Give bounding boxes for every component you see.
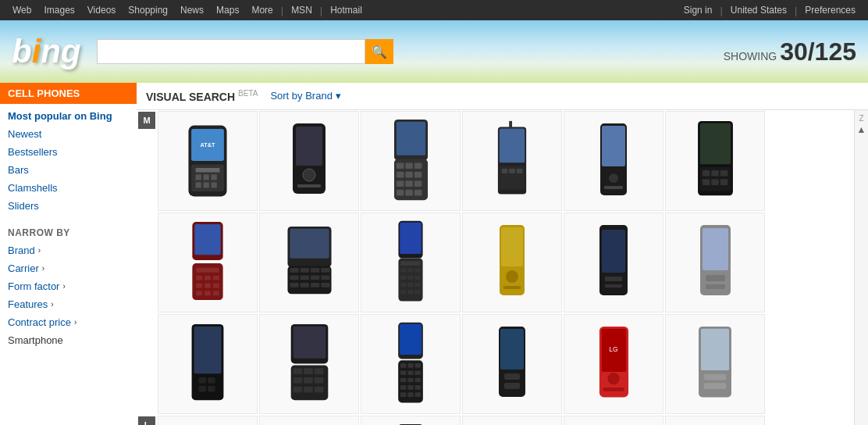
features-arrow: › xyxy=(51,300,53,309)
nav-shopping[interactable]: Shopping xyxy=(123,5,173,16)
phone-cell-15[interactable] xyxy=(361,314,461,414)
phone-cell-16[interactable] xyxy=(462,314,562,414)
preferences-link[interactable]: Preferences xyxy=(800,5,860,16)
svg-rect-20 xyxy=(414,162,422,169)
right-sep-2: | xyxy=(795,5,797,16)
section-l: L xyxy=(137,415,854,425)
brand-arrow: › xyxy=(38,246,41,255)
sign-in-link[interactable]: Sign in xyxy=(679,5,717,16)
phone-cell-4[interactable] xyxy=(462,111,562,211)
top-nav-right: Sign in | United States | Preferences xyxy=(679,5,860,16)
united-states-link[interactable]: United States xyxy=(726,5,792,16)
sort-label: Sort by Brand xyxy=(270,90,333,102)
phone-cell-6[interactable] xyxy=(665,111,765,211)
svg-rect-95 xyxy=(501,227,523,266)
nav-msn[interactable]: MSN xyxy=(286,5,317,16)
svg-rect-79 xyxy=(400,222,422,253)
svg-rect-34 xyxy=(501,169,507,173)
svg-rect-74 xyxy=(290,283,298,288)
svg-rect-103 xyxy=(703,228,728,270)
svg-rect-100 xyxy=(605,277,622,281)
svg-rect-57 xyxy=(196,283,202,288)
sort-dropdown[interactable]: Sort by Brand ▾ xyxy=(270,90,341,102)
bing-logo: bing xyxy=(12,33,81,70)
svg-rect-107 xyxy=(194,327,222,373)
nav-maps[interactable]: Maps xyxy=(212,5,244,16)
search-button[interactable]: 🔍 xyxy=(365,39,393,64)
svg-rect-105 xyxy=(706,284,725,289)
nav-images[interactable]: Images xyxy=(39,5,79,16)
phone-cell-3[interactable] xyxy=(361,111,461,211)
phone-cell-12[interactable] xyxy=(665,212,765,312)
nav-news[interactable]: News xyxy=(176,5,208,16)
phone-cell-10[interactable] xyxy=(462,212,562,312)
phone-cell-18[interactable] xyxy=(665,314,765,414)
svg-rect-29 xyxy=(414,189,422,195)
nav-web[interactable]: Web xyxy=(8,5,36,16)
phone-cell-2[interactable] xyxy=(259,111,359,211)
svg-rect-119 xyxy=(304,377,313,384)
svg-rect-4 xyxy=(196,174,201,180)
sidebar-item-clamshells[interactable]: Clamshells xyxy=(0,179,137,197)
svg-rect-153 xyxy=(704,374,727,380)
phone-cell-20[interactable] xyxy=(259,416,359,425)
sidebar-item-bars[interactable]: Bars xyxy=(0,161,137,179)
svg-rect-138 xyxy=(415,385,421,390)
sidebar-item-most-popular[interactable]: Most popular on Bing xyxy=(0,107,137,125)
phone-cell-21[interactable] xyxy=(361,416,461,425)
svg-rect-150 xyxy=(603,388,624,391)
phone-cell-14[interactable] xyxy=(259,314,359,414)
narrow-form-factor[interactable]: Form factor › xyxy=(0,277,137,295)
svg-point-149 xyxy=(607,373,619,384)
svg-rect-40 xyxy=(604,186,623,189)
main-layout: CELL PHONES Most popular on Bing Newest … xyxy=(0,83,868,425)
content-header: VISUAL SEARCH BETA Sort by Brand ▾ xyxy=(137,83,868,110)
phone-row-3 xyxy=(157,415,854,425)
narrow-contract-price[interactable]: Contract price › xyxy=(0,313,137,331)
phone-cell-8[interactable] xyxy=(259,212,359,312)
header: bing 🔍 SHOWING 30/125 xyxy=(0,20,868,83)
svg-rect-71 xyxy=(300,276,308,280)
section-label-l: L xyxy=(138,416,155,425)
svg-rect-5 xyxy=(204,174,209,180)
svg-rect-129 xyxy=(415,363,421,368)
svg-rect-58 xyxy=(205,283,211,288)
sidebar-item-bestsellers[interactable]: Bestsellers xyxy=(0,143,137,161)
phone-cell-1[interactable]: AT&T xyxy=(158,111,258,211)
svg-rect-140 xyxy=(407,392,413,397)
nav-separator-1: | xyxy=(281,5,283,16)
svg-rect-123 xyxy=(314,387,323,393)
narrow-carrier[interactable]: Carrier › xyxy=(0,259,137,277)
phone-cell-19[interactable] xyxy=(158,416,258,425)
narrow-features[interactable]: Features › xyxy=(0,295,137,313)
narrow-brand[interactable]: Brand › xyxy=(0,241,137,259)
nav-more[interactable]: More xyxy=(247,5,277,16)
top-nav: Web Images Videos Shopping News Maps Mor… xyxy=(0,0,868,20)
phone-cell-17[interactable]: LG xyxy=(564,314,663,414)
nav-videos[interactable]: Videos xyxy=(83,5,120,16)
svg-rect-101 xyxy=(605,284,622,288)
phone-cell-11[interactable] xyxy=(564,212,663,312)
svg-rect-55 xyxy=(205,275,211,280)
sidebar-item-newest[interactable]: Newest xyxy=(0,125,137,143)
phone-cell-13[interactable] xyxy=(158,314,258,414)
svg-rect-67 xyxy=(300,268,308,273)
search-input[interactable] xyxy=(97,39,366,64)
nav-hotmail[interactable]: Hotmail xyxy=(326,5,367,16)
scroll-up-arrow[interactable]: ▲ xyxy=(857,124,866,135)
svg-rect-88 xyxy=(400,282,406,287)
svg-rect-48 xyxy=(711,180,719,186)
phone-cell-7[interactable] xyxy=(158,212,258,312)
svg-rect-122 xyxy=(304,387,313,393)
svg-rect-145 xyxy=(504,383,520,389)
search-box-container: 🔍 xyxy=(97,39,393,64)
phone-cell-5[interactable] xyxy=(564,111,663,211)
phone-cell-23[interactable] xyxy=(564,416,663,425)
svg-rect-120 xyxy=(314,377,323,384)
phone-cell-9[interactable] xyxy=(361,212,461,312)
svg-rect-132 xyxy=(415,370,421,375)
phone-cell-24[interactable] xyxy=(665,416,765,425)
sidebar-item-sliders[interactable]: Sliders xyxy=(0,197,137,215)
svg-rect-64 xyxy=(290,229,329,259)
phone-cell-22[interactable] xyxy=(462,416,562,425)
